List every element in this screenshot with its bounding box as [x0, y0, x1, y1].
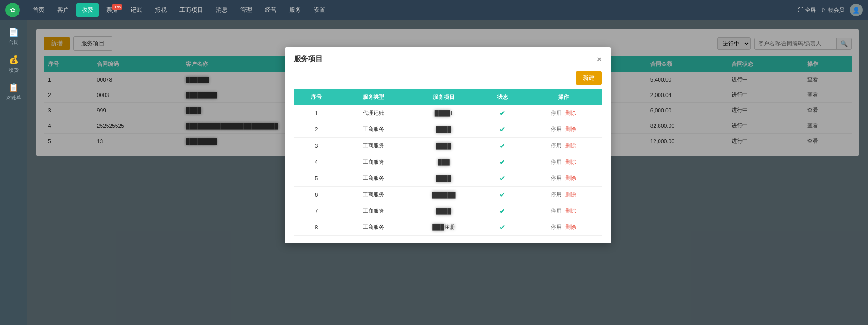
status-check-icon: ✔	[499, 207, 505, 215]
delete-button[interactable]: 删除	[565, 159, 576, 165]
list-item: 8 工商服务 ███注册 ✔ 停用删除	[294, 219, 602, 236]
status-check-icon: ✔	[499, 223, 505, 231]
nav-industrial[interactable]: 工商项目	[174, 3, 209, 17]
modal-body: 新建 序号 服务类型 服务项目 状态 操作	[285, 68, 611, 243]
list-item: 5 工商服务 ████ ✔ 停用删除	[294, 170, 602, 187]
nav-settings[interactable]: 设置	[308, 3, 331, 17]
service-modal: 服务项目 × 新建 序号 服务类型 服务项目	[285, 47, 611, 243]
delete-button[interactable]: 删除	[565, 142, 576, 149]
main-content: 新增 服务项目 进行中 全部 已结束 🔍	[27, 20, 868, 325]
avatar[interactable]: 👤	[850, 4, 863, 16]
service-table: 序号 服务类型 服务项目 状态 操作 1 代理记账	[294, 89, 602, 236]
delete-button[interactable]: 删除	[565, 208, 576, 214]
sidebar-label-charge: 收费	[9, 67, 19, 73]
nav-manage[interactable]: 管理	[235, 3, 257, 17]
contract-icon: 📄	[9, 27, 19, 37]
modal-overlay: 服务项目 × 新建 序号 服务类型 服务项目	[27, 20, 868, 325]
nav-operation[interactable]: 经营	[259, 3, 282, 17]
list-item: 7 工商服务 ████ ✔ 停用删除	[294, 203, 602, 219]
list-item: 2 工商服务 ████ ✔ 停用删除	[294, 121, 602, 138]
statement-icon: 📋	[9, 82, 19, 92]
nav-items: 首页 客户 收费 票据 new 记账 报税 工商项目 消息 管理 经营 服务 设…	[27, 3, 798, 17]
modal-col-action: 操作	[525, 89, 601, 105]
list-item: 4 工商服务 ███ ✔ 停用删除	[294, 154, 602, 170]
delete-button[interactable]: 删除	[565, 175, 576, 181]
list-item: 3 工商服务 ████ ✔ 停用删除	[294, 138, 602, 154]
sidebar: 📄 合同 💰 收费 📋 对账单	[0, 20, 27, 325]
delete-button[interactable]: 删除	[565, 224, 576, 230]
modal-col-status: 状态	[480, 89, 525, 105]
nav-home[interactable]: 首页	[27, 3, 50, 17]
fullscreen-btn[interactable]: ⛶ 全屏	[798, 6, 815, 14]
nav-bookkeeping[interactable]: 记账	[125, 3, 148, 17]
stop-button[interactable]: 停用	[551, 224, 562, 230]
status-check-icon: ✔	[499, 158, 505, 166]
main-layout: 📄 合同 💰 收费 📋 对账单 新增 服务项目 进行中 全部 已结束	[0, 20, 868, 325]
modal-toolbar: 新建	[294, 71, 602, 85]
status-check-icon: ✔	[499, 191, 505, 199]
nav-tax[interactable]: 报税	[150, 3, 172, 17]
modal-header: 服务项目 ×	[285, 47, 611, 68]
stop-button[interactable]: 停用	[551, 191, 562, 198]
nav-charge[interactable]: 收费	[76, 3, 99, 17]
delete-button[interactable]: 删除	[565, 126, 576, 132]
nav-service[interactable]: 服务	[284, 3, 306, 17]
nav-customer[interactable]: 客户	[52, 3, 74, 17]
modal-close-button[interactable]: ×	[597, 55, 602, 63]
new-badge: new	[112, 4, 122, 10]
top-nav: ✿ 首页 客户 收费 票据 new 记账 报税 工商项目 消息 管理 经营 服务…	[0, 0, 868, 20]
status-check-icon: ✔	[499, 109, 505, 117]
modal-col-no: 序号	[294, 89, 339, 105]
stop-button[interactable]: 停用	[551, 159, 562, 165]
modal-col-type: 服务类型	[339, 89, 408, 105]
stop-button[interactable]: 停用	[551, 110, 562, 116]
sidebar-label-statement: 对账单	[6, 94, 21, 101]
charge-icon: 💰	[9, 55, 19, 65]
status-check-icon: ✔	[499, 126, 505, 133]
stop-button[interactable]: 停用	[551, 126, 562, 132]
sidebar-item-statement[interactable]: 📋 对账单	[2, 79, 25, 105]
nav-message[interactable]: 消息	[210, 3, 233, 17]
sidebar-label-contract: 合同	[9, 39, 19, 46]
modal-new-button[interactable]: 新建	[576, 71, 602, 85]
stop-button[interactable]: 停用	[551, 142, 562, 149]
sidebar-item-contract[interactable]: 📄 合同	[2, 24, 25, 49]
delete-button[interactable]: 删除	[565, 191, 576, 198]
nav-ticket[interactable]: 票据 new	[101, 3, 123, 17]
modal-col-item: 服务项目	[408, 89, 480, 105]
list-item: 6 工商服务 ██████ ✔ 停用删除	[294, 187, 602, 203]
modal-scroll-area[interactable]: 序号 服务类型 服务项目 状态 操作 1 代理记账	[294, 89, 602, 236]
delete-button[interactable]: 删除	[565, 110, 576, 116]
status-check-icon: ✔	[499, 175, 505, 182]
logo-icon: ✿	[5, 3, 20, 17]
stop-button[interactable]: 停用	[551, 208, 562, 214]
modal-title: 服务项目	[294, 54, 323, 64]
list-item: 1 代理记账 ████1 ✔ 停用删除	[294, 105, 602, 121]
stop-button[interactable]: 停用	[551, 175, 562, 181]
sidebar-item-charge[interactable]: 💰 收费	[2, 51, 25, 77]
top-right-icons: ⛶ 全屏 ▷ 畅会员 👤	[798, 4, 863, 16]
member-btn[interactable]: ▷ 畅会员	[821, 6, 844, 14]
status-check-icon: ✔	[499, 142, 505, 150]
